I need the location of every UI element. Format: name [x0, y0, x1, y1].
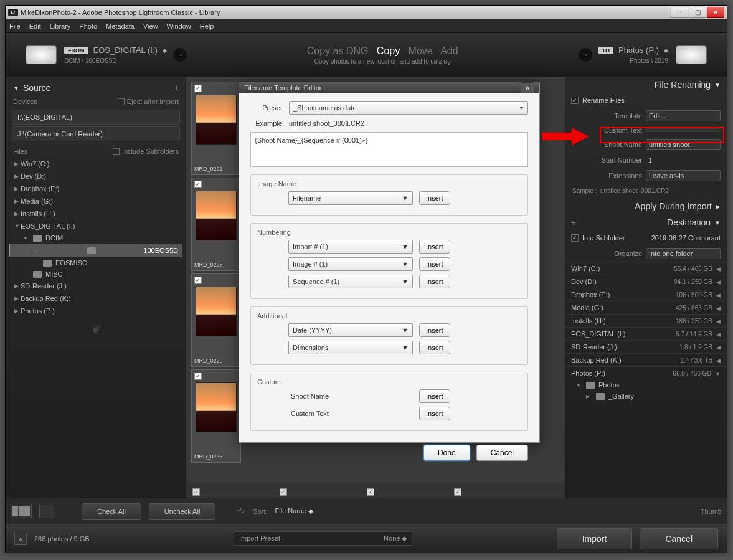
template-dropdown[interactable]: Edit...: [646, 110, 721, 121]
add-icon[interactable]: +: [174, 83, 179, 93]
menu-file[interactable]: File: [9, 22, 21, 30]
strip-checkbox[interactable]: ✓: [192, 488, 200, 496]
action-move[interactable]: Move: [409, 45, 433, 56]
ext-dropdown[interactable]: Leave as-is: [646, 170, 721, 181]
insert-button[interactable]: Insert: [419, 341, 450, 354]
cancel-button[interactable]: Cancel: [640, 528, 718, 549]
dialog-close-button[interactable]: ✕: [521, 82, 534, 93]
drive-row[interactable]: ▶Dev (D:): [9, 170, 182, 183]
close-button[interactable]: ✕: [707, 7, 724, 18]
import-num-dropdown[interactable]: Import # (1)▼: [288, 240, 413, 254]
import-button[interactable]: Import: [557, 528, 633, 549]
action-dng[interactable]: Copy as DNG: [307, 45, 369, 56]
sequence-num-dropdown[interactable]: Sequence # (1)▼: [288, 275, 413, 288]
tree-row[interactable]: ▼DCIM: [9, 232, 182, 244]
rename-checkbox[interactable]: ✓: [571, 97, 579, 104]
tree-row-selected[interactable]: ▷100EOS5D: [9, 244, 182, 257]
intosub-value[interactable]: 2019-08-27 Cormorant: [651, 234, 721, 242]
arrow-right-icon[interactable]: →: [173, 48, 187, 62]
startnum-field[interactable]: 1: [646, 155, 721, 165]
dest-drive[interactable]: Photos (P:)66.0 / 466 GB▼: [565, 366, 727, 379]
dest-tree-row[interactable]: ▼Photos: [565, 379, 727, 391]
image-num-dropdown[interactable]: Image # (1)▼: [288, 257, 413, 271]
dialog-cancel-button[interactable]: Cancel: [476, 445, 528, 461]
template-textarea[interactable]: {Shoot Name}_{Sequence # (0001)»}: [250, 132, 528, 167]
eject-checkbox[interactable]: [118, 98, 125, 105]
include-sub-checkbox[interactable]: [113, 148, 120, 155]
maximize-button[interactable]: ▢: [689, 7, 706, 18]
drive-row[interactable]: ▶Installs (H:): [9, 207, 182, 220]
menu-edit[interactable]: Edit: [29, 22, 41, 30]
import-preset-dropdown[interactable]: Import Preset :None ◆: [234, 531, 413, 546]
tree-row[interactable]: MISC: [9, 268, 182, 280]
uncheck-all-button[interactable]: Uncheck All: [149, 503, 215, 520]
customtext-field[interactable]: [646, 128, 721, 132]
device-row[interactable]: J:\(Camera or Card Reader): [12, 126, 180, 141]
drive-row[interactable]: ▶Photos (P:): [9, 305, 182, 317]
expand-button[interactable]: ▲: [14, 533, 27, 545]
insert-button[interactable]: Insert: [419, 191, 450, 205]
drive-row[interactable]: ▶Media (G:): [9, 195, 182, 207]
done-button[interactable]: Done: [423, 445, 470, 461]
sort-dropdown[interactable]: File Name ◆: [275, 507, 313, 515]
minimize-button[interactable]: ─: [671, 7, 688, 18]
dest-drive[interactable]: Dropbox (E:)106 / 500 GB◀: [565, 288, 727, 301]
strip-checkbox[interactable]: ✓: [367, 488, 374, 496]
insert-button[interactable]: Insert: [419, 407, 450, 420]
dest-drive[interactable]: Backup Red (K:)2.4 / 3.6 TB◀: [565, 353, 727, 366]
dest-drive[interactable]: Media (G:)425 / 863 GB◀: [565, 301, 727, 314]
thumbnail[interactable]: ✓MRD_0221: [191, 82, 241, 175]
thumbnail[interactable]: ✓MRD_0229: [191, 273, 241, 367]
from-section[interactable]: FROMEOS_DIGITAL (I:)◆ DCIM \ 100EOS5D: [64, 45, 167, 64]
menu-window[interactable]: Window: [167, 22, 191, 30]
intosub-checkbox[interactable]: ✓: [571, 234, 579, 242]
shootname-field[interactable]: untitled shoot: [646, 139, 721, 150]
tree-row[interactable]: EOSMISC: [9, 257, 182, 268]
date-dropdown[interactable]: Date (YYYY)▼: [288, 323, 413, 337]
strip-checkbox[interactable]: ✓: [280, 488, 287, 496]
dest-drive[interactable]: Win7 (C:)55.4 / 466 GB◀: [565, 262, 727, 275]
dest-drive[interactable]: EOS_DIGITAL (I:)5.7 / 14.9 GB◀: [565, 327, 727, 340]
single-view-icon[interactable]: [39, 505, 54, 518]
menu-library[interactable]: Library: [50, 22, 71, 30]
dest-drive[interactable]: Dev (D:)94.1 / 250 GB◀: [565, 275, 727, 288]
check-all-button[interactable]: Check All: [82, 503, 141, 520]
destination-header[interactable]: +Destination▼: [565, 214, 727, 230]
to-section[interactable]: TOPhotos (P:)◆ Photos \ 2019: [598, 45, 668, 64]
thumb-checkbox[interactable]: ✓: [194, 277, 202, 284]
thumb-checkbox[interactable]: ✓: [194, 373, 202, 380]
drive-row-expanded[interactable]: ▼EOS_DIGITAL (I:): [9, 220, 182, 232]
dest-tree-row[interactable]: ▶_Gallery: [565, 391, 727, 402]
preset-dropdown[interactable]: _Shootname as date▼: [289, 101, 528, 115]
action-copy[interactable]: Copy: [377, 45, 400, 56]
thumb-checkbox[interactable]: ✓: [194, 85, 202, 92]
thumb-checkbox[interactable]: ✓: [194, 181, 202, 188]
organize-dropdown[interactable]: Into one folder: [646, 248, 721, 259]
menu-photo[interactable]: Photo: [79, 22, 97, 30]
menu-metadata[interactable]: Metadata: [106, 22, 135, 30]
insert-button[interactable]: Insert: [419, 323, 450, 337]
thumbnail[interactable]: ✓MRD_0233: [191, 369, 241, 463]
insert-button[interactable]: Insert: [419, 240, 450, 254]
dest-drive[interactable]: Installs (H:)188 / 250 GB◀: [565, 314, 727, 327]
insert-button[interactable]: Insert: [419, 389, 450, 403]
menu-view[interactable]: View: [143, 22, 158, 30]
drive-row[interactable]: ▶Win7 (C:): [9, 158, 182, 170]
insert-button[interactable]: Insert: [419, 257, 450, 271]
drive-row[interactable]: ▶Backup Red (K:): [9, 292, 182, 305]
drive-row[interactable]: ▶SD-Reader (J:): [9, 280, 182, 292]
grid-view-icon[interactable]: [11, 505, 32, 518]
drive-row[interactable]: ▶Dropbox (E:): [9, 183, 182, 195]
menu-help[interactable]: Help: [200, 22, 214, 30]
strip-checkbox[interactable]: ✓: [454, 488, 461, 496]
device-row[interactable]: I:\(EOS_DIGITAL): [12, 110, 180, 125]
thumbnail[interactable]: ✓MRD_0225: [191, 178, 241, 271]
dest-drive[interactable]: SD-Reader (J:)1.8 / 1.9 GB◀: [565, 340, 727, 353]
insert-button[interactable]: Insert: [419, 275, 450, 288]
dimensions-dropdown[interactable]: Dimensions▼: [288, 341, 413, 354]
apply-during-header[interactable]: Apply During Import▶: [565, 198, 727, 214]
filename-dropdown[interactable]: Filename▼: [288, 191, 413, 205]
file-renaming-header[interactable]: File Renaming▼: [565, 77, 727, 93]
action-add[interactable]: Add: [440, 45, 458, 56]
sort-icon[interactable]: ↑ᴬz: [235, 507, 245, 515]
